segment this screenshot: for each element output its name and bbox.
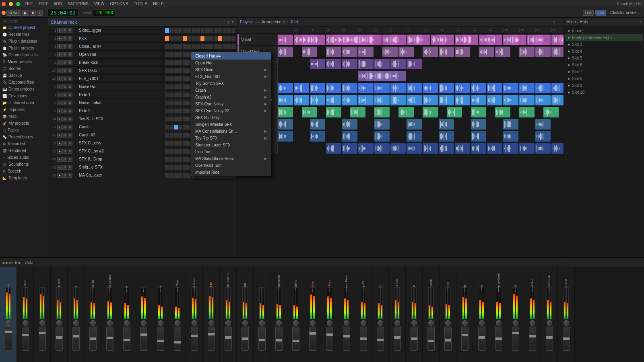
sidebar-item-misc[interactable]: 📦 Misc [0, 113, 48, 120]
step-pad-10-2[interactable] [174, 109, 178, 113]
dropdown-item-16[interactable]: Overhead Tom [191, 162, 271, 169]
ch-mute-16[interactable]: ● [57, 157, 62, 162]
step-pad-2-3[interactable] [178, 44, 182, 49]
step-pad-14-2[interactable] [174, 141, 178, 146]
ch-solo-12[interactable]: S [62, 125, 67, 130]
mixer-fader-handle-30[interactable] [512, 332, 519, 334]
step-pad-11-0[interactable] [165, 117, 169, 121]
mixer-fader-0[interactable] [5, 327, 12, 351]
mixer-fader-12[interactable] [208, 327, 215, 351]
step-pad-1-15[interactable] [231, 36, 235, 41]
step-pad-2-15[interactable] [231, 44, 235, 49]
mixer-knob-8[interactable] [141, 320, 147, 326]
track-block-9-13[interactable] [535, 143, 551, 154]
step-pad-4-0[interactable] [165, 60, 169, 65]
sidebar-item-recent-files[interactable]: 🕐 Recent files [0, 31, 48, 38]
track-block-8-2[interactable] [342, 131, 357, 142]
track-block-9-14[interactable] [551, 143, 564, 154]
mixer-fader-27[interactable] [461, 327, 469, 351]
step-pad-15-2[interactable] [174, 149, 178, 154]
step-pad-1-0[interactable] [165, 36, 169, 41]
step-pad-1-14[interactable] [227, 36, 231, 41]
track-block-0-9[interactable] [366, 35, 382, 45]
track-block-7-4[interactable] [407, 119, 422, 130]
mixer-ch-24[interactable]: String [406, 267, 423, 362]
step-pad-12-1[interactable] [169, 125, 173, 130]
step-pad-3-1[interactable] [169, 52, 173, 57]
mixer-knob-19[interactable] [327, 320, 332, 326]
mixer-fader-handle-3[interactable] [56, 336, 62, 339]
mixer-knob-7[interactable] [124, 320, 130, 326]
track-block-7-3[interactable] [374, 119, 390, 130]
track-block-5-4[interactable] [342, 95, 357, 105]
rp-slot-4[interactable]: ▶ Slot 5 [565, 55, 643, 62]
step-pad-0-6[interactable] [192, 28, 196, 33]
step-pad-7-4[interactable] [183, 84, 187, 89]
mixer-ch-8[interactable]: Hits [135, 267, 152, 362]
ch-solo-0[interactable]: S [62, 28, 67, 33]
mixer-fader-handle-24[interactable] [411, 337, 417, 340]
mixer-fader-handle-7[interactable] [124, 339, 130, 341]
dropdown-item-13[interactable]: Stomper Lazer SFX [191, 142, 271, 148]
step-pad-2-14[interactable] [227, 44, 231, 49]
dropdown-item-17[interactable]: Importer Ride [191, 169, 271, 176]
track-block-4-11[interactable] [455, 83, 470, 93]
ch-env-7[interactable]: E [68, 84, 72, 89]
rp-slot-3[interactable]: ▶ Slot 4 [565, 48, 643, 55]
mixer-knob-9[interactable] [158, 320, 163, 326]
dropdown-item-12[interactable]: Toy Rip SFX ▶ [191, 135, 271, 142]
track-block-9-12[interactable] [519, 143, 535, 154]
track-block-9-9[interactable] [471, 143, 486, 154]
track-block-4-9[interactable] [423, 83, 438, 93]
sidebar-item-envelopes[interactable]: 📈 Envelopes [0, 93, 48, 99]
menu-file[interactable]: FILE [23, 2, 34, 6]
step-pad-14-0[interactable] [165, 141, 169, 146]
track-block-1-3[interactable] [342, 47, 357, 57]
track-block-3-4[interactable] [390, 71, 406, 81]
ch-solo-11[interactable]: S [62, 117, 67, 121]
step-pad-2-4[interactable] [183, 44, 187, 49]
step-pad-1-12[interactable] [218, 36, 222, 41]
mixer-ch-6[interactable]: Noise Cymbal [101, 267, 118, 362]
sidebar-item-mixer-presets[interactable]: 🎚 Mixer presets [0, 58, 48, 65]
mixer-fader-11[interactable] [191, 327, 198, 351]
track-content-5[interactable] [278, 94, 564, 106]
step-pad-9-4[interactable] [183, 101, 187, 105]
ch-env-9[interactable]: E [68, 101, 72, 105]
track-block-4-12[interactable] [471, 83, 486, 93]
track-block-4-14[interactable] [503, 83, 518, 93]
mixer-fader-handle-32[interactable] [546, 336, 553, 339]
online-label[interactable]: Click for online... [608, 10, 642, 15]
step-pad-12-2[interactable] [174, 125, 178, 130]
minimize-button[interactable] [9, 2, 13, 6]
mixer-fader-6[interactable] [106, 327, 114, 351]
step-pad-0-10[interactable] [209, 28, 213, 33]
step-pad-4-1[interactable] [169, 60, 173, 65]
mixer-ch-23[interactable]: Saw Lead [389, 267, 406, 362]
track-block-2-4[interactable] [374, 59, 390, 69]
mixer-fader-22[interactable] [377, 327, 384, 351]
step-pad-8-4[interactable] [183, 93, 187, 97]
track-content-9[interactable] [278, 142, 564, 154]
ch-solo-16[interactable]: S [62, 157, 67, 162]
step-pad-17-3[interactable] [178, 165, 182, 170]
dropdown-item-11[interactable]: MA Constellations Sh... ▶ [191, 128, 271, 135]
track-content-0[interactable] [278, 34, 564, 45]
track-block-5-2[interactable] [310, 95, 325, 105]
track-block-9-4[interactable] [390, 143, 406, 154]
sidebar-item-sliced-audio[interactable]: ✂ Sliced audio [0, 154, 48, 161]
step-pad-0-1[interactable] [169, 28, 173, 33]
mixer-fader-20[interactable] [343, 327, 350, 351]
ch-env-4[interactable]: E [68, 60, 72, 65]
step-pad-2-11[interactable] [214, 44, 218, 49]
mixer-knob-32[interactable] [547, 320, 552, 326]
step-pad-16-2[interactable] [174, 157, 178, 162]
menu-add[interactable]: ADD [52, 2, 63, 6]
mixer-fader-14[interactable] [242, 327, 249, 351]
mixer-knob-10[interactable] [175, 320, 180, 326]
track-block-5-5[interactable] [358, 95, 374, 105]
step-pad-6-4[interactable] [183, 76, 187, 81]
dropdown-item-10[interactable]: Smigen Whistle SFX [191, 121, 271, 128]
mixer-ch-19[interactable]: Sub Bass [321, 267, 338, 362]
mixer-ch-10[interactable]: Rev Clap [169, 267, 186, 362]
